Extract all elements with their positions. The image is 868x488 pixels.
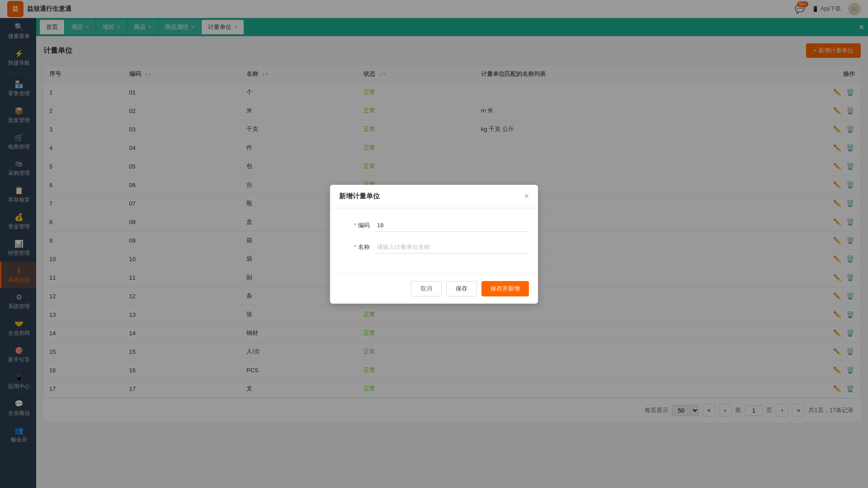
modal-body: * 编码 * 名称 bbox=[330, 208, 538, 273]
modal-title: 新增计量单位 bbox=[339, 192, 380, 201]
name-form-row: * 名称 bbox=[339, 241, 529, 253]
code-input[interactable] bbox=[375, 219, 529, 232]
code-form-row: * 编码 bbox=[339, 219, 529, 232]
name-input[interactable] bbox=[375, 241, 529, 253]
save-button[interactable]: 保存 bbox=[446, 281, 477, 296]
modal-overlay[interactable]: 新增计量单位 × * 编码 * 名称 取消 保存 保存并新增 bbox=[0, 0, 868, 488]
code-required-star: * bbox=[354, 222, 356, 229]
modal-close-button[interactable]: × bbox=[524, 192, 529, 200]
modal-header: 新增计量单位 × bbox=[330, 185, 538, 208]
add-unit-modal: 新增计量单位 × * 编码 * 名称 取消 保存 保存并新增 bbox=[330, 185, 538, 304]
cancel-button[interactable]: 取消 bbox=[411, 281, 442, 296]
code-label: * 编码 bbox=[339, 221, 375, 230]
save-and-new-button[interactable]: 保存并新增 bbox=[481, 281, 529, 296]
name-label: * 名称 bbox=[339, 243, 375, 251]
name-required-star: * bbox=[354, 244, 356, 250]
modal-footer: 取消 保存 保存并新增 bbox=[330, 273, 538, 304]
